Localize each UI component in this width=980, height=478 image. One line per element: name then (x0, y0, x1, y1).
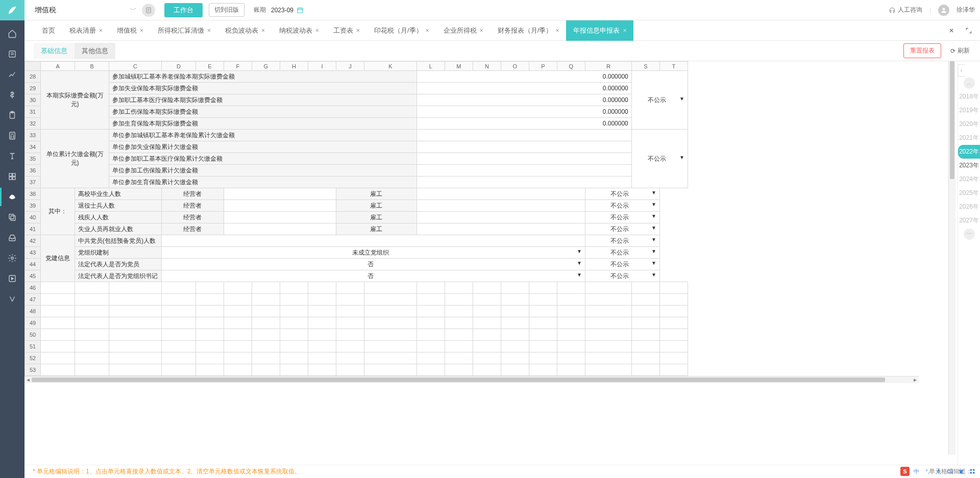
tab-10[interactable]: 年报信息申报表× (566, 20, 633, 21)
user-name[interactable]: 徐泽华 (957, 6, 975, 14)
tab-8[interactable]: 企业所得税× (436, 20, 491, 21)
tab-4[interactable]: 税负波动表× (218, 20, 272, 21)
avatar[interactable] (938, 5, 949, 16)
tab-0[interactable]: 首页 (35, 20, 62, 21)
tab-6[interactable]: 工资表× (326, 20, 367, 21)
company-name: 增值税 (35, 6, 56, 15)
tab-2[interactable]: 增值税× (110, 20, 151, 21)
tab-3[interactable]: 所得税汇算清缴× (151, 20, 218, 21)
doc-icon-button[interactable] (142, 4, 155, 17)
company-selector[interactable]: 增值税 ﹀ (35, 6, 137, 15)
tab-9[interactable]: 财务报表（月/季）× (491, 20, 567, 21)
svg-point-8 (943, 8, 945, 10)
top-bar: 增值税 ﹀ 工作台 切到旧版 账期 2023-09 人工咨询 | 徐泽华 (0, 0, 980, 20)
chevron-down-icon: ﹀ (130, 6, 137, 15)
workbench-button[interactable]: 工作台 (164, 3, 203, 17)
top-right: 人工咨询 | 徐泽华 (889, 5, 975, 16)
logo[interactable] (0, 0, 24, 20)
tab-5[interactable]: 纳税波动表× (272, 20, 326, 21)
consult-link[interactable]: 人工咨询 (889, 6, 922, 14)
tab-7[interactable]: 印花税（月/季）× (367, 20, 436, 21)
period-value[interactable]: 2023-09 (271, 7, 293, 14)
switch-old-button[interactable]: 切到旧版 (209, 3, 244, 17)
tab-1[interactable]: 税表清册× (62, 20, 110, 21)
svg-rect-4 (298, 8, 303, 12)
calendar-icon[interactable] (297, 7, 304, 14)
period-label: 账期 (254, 6, 266, 14)
